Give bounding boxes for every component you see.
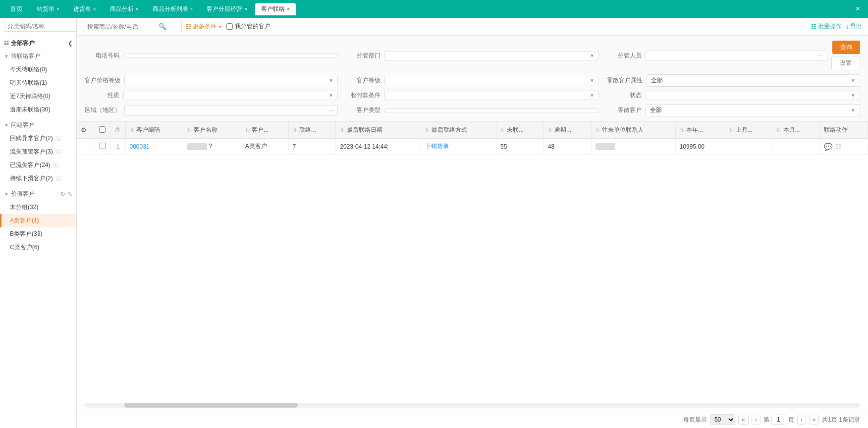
col-this-month[interactable]: ⇅ 本月...	[772, 122, 820, 139]
customer-level-input[interactable]: ▼	[384, 76, 599, 85]
department-input[interactable]: ▼	[384, 51, 599, 60]
phone-input[interactable]	[123, 54, 338, 57]
sidebar-item-c-class[interactable]: C类客户(6)	[0, 241, 76, 254]
nature-input[interactable]: ▼	[123, 91, 338, 100]
sidebar-item-7days[interactable]: 近7天待联络(0)	[0, 90, 76, 103]
close-tab-analysis[interactable]: ×	[136, 6, 139, 12]
settings-button[interactable]: 设置	[831, 56, 860, 70]
table-settings-icon[interactable]: ⚙	[81, 126, 87, 134]
nav-tab-analysis[interactable]: 商品分析 ×	[104, 3, 145, 15]
prev-page-button[interactable]: ‹	[752, 415, 760, 425]
col-last-contact-method[interactable]: ⇅ 最后联络方式	[421, 122, 496, 139]
table-container: ⚙ 序 ⇅ 客户编码 ⇅ 客户名称	[77, 122, 868, 403]
filter-search-icon[interactable]: 🔍	[159, 23, 166, 30]
qr-action-icon[interactable]: ☷	[835, 143, 842, 151]
col-last-month[interactable]: ⇅ 上月...	[725, 122, 772, 139]
sidebar-item-b-class[interactable]: B类客户(33)	[0, 227, 76, 241]
payment-label: 收付款条件	[346, 91, 380, 100]
status-dropdown-icon: ▼	[851, 93, 856, 98]
select-all-checkbox[interactable]	[99, 126, 106, 133]
last-page-button[interactable]: »	[809, 415, 819, 425]
value-customers-title[interactable]: ▼ 价值客户 ↻ ✎	[0, 187, 76, 201]
close-tab-purchase[interactable]: ×	[93, 6, 96, 12]
chat-action-icon[interactable]: 💬	[824, 143, 832, 151]
arrow-icon2: ▼	[4, 122, 9, 128]
col-unit-contact[interactable]: ⇅ 往来单位联系人	[591, 122, 675, 139]
filter-icon: ☷	[186, 23, 191, 30]
retail-customer-label: 零散客户	[607, 106, 642, 114]
next-page-button[interactable]: ›	[797, 415, 806, 425]
close-window-button[interactable]: ×	[852, 2, 864, 15]
col-last-contact-date[interactable]: ⇅ 最后联络日期	[336, 122, 421, 139]
row-checkbox[interactable]	[100, 143, 106, 149]
page-size-select[interactable]: 50 100 200	[710, 414, 735, 425]
payment-input[interactable]: ▼	[384, 91, 599, 100]
price-level-input[interactable]: ▼	[124, 76, 338, 85]
collapse-icon[interactable]: ❮	[68, 40, 72, 47]
sidebar-item-overdue[interactable]: 逾期未联络(30)	[0, 103, 76, 116]
my-customers-filter[interactable]: 我分管的客户	[226, 22, 271, 31]
filter-row-payment: 收付款条件 ▼	[346, 91, 599, 100]
retail-customer-input[interactable]: 全部 ▼	[646, 104, 860, 116]
col-uncontacted[interactable]: ⇅ 未联...	[496, 122, 543, 139]
customer-type-label: 客户类型	[346, 106, 380, 114]
close-tab-sales[interactable]: ×	[56, 6, 59, 12]
sidebar-search-input[interactable]	[4, 21, 77, 32]
close-tab-analysis-list[interactable]: ×	[190, 6, 193, 12]
nav-tab-customer-contact[interactable]: 客户联络 ×	[255, 3, 296, 15]
edit-icon[interactable]: ✎	[67, 191, 72, 198]
filter-row-retail-customer: 零散客户 全部 ▼	[607, 104, 860, 116]
retail-attr-input[interactable]: 全部 ▼	[647, 74, 860, 87]
pending-contact-title[interactable]: ▼ 待联络客户	[0, 50, 76, 63]
more-conditions-button[interactable]: ☷ 更多条件 ▼	[186, 22, 222, 31]
close-tab-customer-tier[interactable]: ×	[244, 6, 247, 12]
page-input[interactable]	[771, 415, 786, 425]
close-tab-customer-contact[interactable]: ×	[287, 6, 290, 12]
customer-type-input[interactable]	[384, 108, 599, 112]
sidebar-item-churned[interactable]: 已流失客户(24) ⓘ	[0, 159, 76, 172]
batch-icon: ☷	[811, 23, 816, 30]
query-button[interactable]: 查询	[832, 41, 860, 54]
filter-row-price-level: 客户价格等级 ▼	[85, 74, 338, 87]
batch-operation-button[interactable]: ☷ 批量操作	[811, 22, 842, 31]
row-last-method[interactable]: 下销货单	[421, 139, 496, 155]
sidebar-item-ungroup[interactable]: 未分组(32)	[0, 201, 76, 214]
row-name[interactable]: ?	[183, 139, 241, 155]
sidebar-item-repurchase-abnormal[interactable]: 回购异常客户(2) ⓘ	[0, 132, 76, 145]
nav-tab-sales[interactable]: 销货单 ×	[31, 3, 65, 15]
nav-tab-customer-tier[interactable]: 客户分层经营 ×	[201, 3, 253, 15]
phone-label: 电话号码	[85, 52, 119, 60]
manager-input[interactable]: ···	[646, 50, 827, 61]
problem-customers-title[interactable]: ▼ 问题客户	[0, 118, 76, 132]
nav-tab-purchase[interactable]: 进货单 ×	[67, 3, 102, 15]
horizontal-scrollbar[interactable]	[85, 403, 860, 408]
status-input[interactable]: ▼	[646, 91, 860, 100]
col-annual[interactable]: ⇅ 本年...	[675, 122, 725, 139]
region-label: 区域（地区）	[85, 106, 120, 114]
sidebar-item-a-class[interactable]: A类客户(1)	[0, 214, 76, 227]
top-right-actions: ☷ 批量操作 ↓ 导出	[811, 22, 862, 31]
sidebar-item-today[interactable]: 今天待联络(0)	[0, 63, 76, 76]
row-code[interactable]: 000031	[125, 139, 183, 155]
col-customer-name[interactable]: ⇅ 客户名称	[183, 122, 241, 139]
sidebar-item-declining[interactable]: 持续下滑客户(2) ⓘ	[0, 172, 76, 185]
col-customer-code[interactable]: ⇅ 客户编码	[125, 122, 183, 139]
col-overdue[interactable]: ⇅ 逾期...	[543, 122, 591, 139]
col-customer-type[interactable]: ⇅ 客户...	[241, 122, 288, 139]
refresh-icon[interactable]: ↻	[60, 191, 65, 198]
export-button[interactable]: ↓ 导出	[846, 22, 862, 31]
filter-search-input[interactable]	[87, 23, 157, 30]
nav-tab-analysis-list[interactable]: 商品分析列表 ×	[147, 3, 199, 15]
sidebar-item-churn-warning[interactable]: 流失预警客户(3) ⓘ	[0, 145, 76, 159]
filter-row-retail-attr: 零散客户属性 全部 ▼	[607, 74, 860, 87]
region-input[interactable]: ···	[124, 105, 338, 116]
col-contact-count[interactable]: ⇅ 联络...	[288, 122, 336, 139]
info-icon-0: ⓘ	[56, 135, 61, 142]
sidebar-all-customers-header[interactable]: ☷ 全部客户 ❮	[0, 35, 76, 50]
filter-row-customer-level: 客户等级 ▼	[346, 74, 599, 87]
sidebar-item-tomorrow[interactable]: 明天待联络(1)	[0, 76, 76, 90]
info-icon-1: ⓘ	[56, 148, 61, 156]
my-customers-checkbox[interactable]	[226, 23, 233, 30]
nav-home[interactable]: 首页	[4, 2, 29, 15]
first-page-button[interactable]: «	[738, 415, 749, 425]
